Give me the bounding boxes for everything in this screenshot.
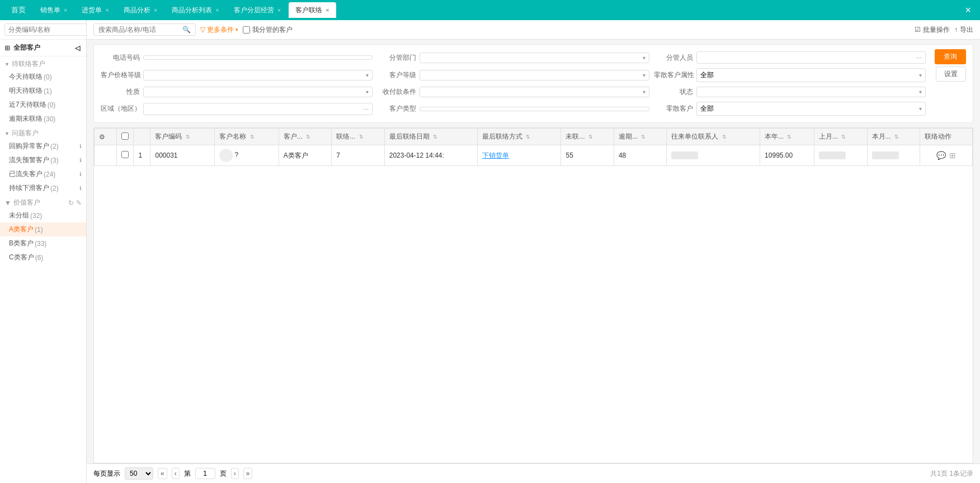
next-page-btn[interactable]: ›: [231, 468, 239, 479]
nav-tab-product-list[interactable]: 商品分析列表 ×: [165, 2, 225, 18]
filter-phone: 电话号码: [101, 53, 373, 63]
filter-buttons: 查询 设置: [930, 49, 966, 118]
sidebar-collapse-btn[interactable]: ◁: [73, 44, 82, 53]
close-product-analysis-tab[interactable]: ×: [154, 7, 157, 13]
filter-price-grade-select[interactable]: ▾: [143, 70, 373, 80]
nav-tab-home[interactable]: 首页: [4, 2, 32, 18]
table-header-category[interactable]: 客户... ⇅: [279, 129, 331, 145]
page-size-label: 每页显示: [93, 469, 120, 479]
last-method-link[interactable]: 下销货单: [482, 151, 509, 159]
row-checkbox-cell[interactable]: [117, 145, 134, 166]
filter-dept-select[interactable]: ▾: [420, 53, 649, 63]
refresh-icon[interactable]: ↻: [68, 199, 74, 207]
table-header-name[interactable]: 客户名称 ⇅: [215, 129, 279, 145]
info-icon-3[interactable]: ℹ: [79, 171, 82, 177]
export-btn[interactable]: ↑ 导出: [954, 25, 973, 35]
sidebar-item-ungroup[interactable]: 未分组(32): [0, 209, 86, 222]
sidebar-item-tomorrow[interactable]: 明天待联络(1): [0, 84, 86, 98]
my-customers-checkbox-input[interactable]: [243, 26, 250, 34]
message-action-icon[interactable]: 💬: [936, 151, 946, 160]
batch-operation-btn[interactable]: ☑ 批量操作: [915, 25, 950, 35]
table-header-code[interactable]: 客户编码 ⇅: [150, 129, 215, 145]
filter-region-select[interactable]: ···: [143, 103, 373, 115]
sidebar-item-today[interactable]: 今天待联络(0): [0, 70, 86, 84]
prev-page-btn[interactable]: ‹: [172, 468, 180, 479]
table-header-last-month[interactable]: 上月... ⇅: [814, 129, 867, 145]
close-customer-segment-tab[interactable]: ×: [277, 7, 281, 13]
toolbar-search-icon[interactable]: 🔍: [182, 26, 191, 34]
table-header-unit-contact[interactable]: 往来单位联系人 ⇅: [667, 129, 760, 145]
table-header-this-month[interactable]: 本月... ⇅: [867, 129, 920, 145]
last-page-btn[interactable]: »: [243, 468, 253, 479]
table-header-contact[interactable]: 联络... ⇅: [332, 129, 384, 145]
table-header-last-date[interactable]: 最后联络日期 ⇅: [384, 129, 477, 145]
sidebar-item-c-class[interactable]: C类客户(6): [0, 250, 86, 264]
nav-tab-customer-contact[interactable]: 客户联络 ×: [289, 2, 336, 18]
filter-phone-input[interactable]: [143, 55, 373, 60]
sidebar-item-loss-warning[interactable]: 流失预警客户(3) ℹ: [0, 153, 86, 167]
sidebar-item-declining[interactable]: 持续下滑客户(2) ℹ: [0, 181, 86, 195]
sidebar-item-week[interactable]: 近7天待联络(0): [0, 98, 86, 112]
filter-row-3: 性质 ▾ 收付款条件 ▾: [101, 84, 926, 100]
toolbar-search-input[interactable]: [98, 26, 182, 34]
sidebar-all-customers[interactable]: ⊞ 全部客户 ◁: [0, 40, 86, 56]
close-customer-contact-tab[interactable]: ×: [326, 7, 329, 13]
close-purchase-tab[interactable]: ×: [105, 7, 109, 13]
table-header-gear[interactable]: ⚙: [95, 129, 117, 145]
sidebar-search-input[interactable]: [4, 23, 87, 36]
filter-payment-select[interactable]: ▾: [420, 87, 649, 97]
filter-row-1: 电话号码 分管部门 ▾: [101, 49, 926, 66]
sort-name-icon: ⇅: [250, 134, 255, 140]
edit-icon[interactable]: ✎: [76, 199, 82, 207]
filter-customer-grade-select[interactable]: ▾: [420, 70, 649, 80]
sort-last-date-icon: ⇅: [433, 134, 437, 140]
table-header-checkbox[interactable]: [117, 129, 134, 145]
close-sales-tab[interactable]: ×: [64, 7, 67, 13]
settings-button[interactable]: 设置: [936, 67, 966, 82]
sidebar-group-pending[interactable]: ▼ 待联络客户: [0, 56, 86, 70]
sidebar-item-overdue[interactable]: 逾期未联络(30): [0, 112, 86, 126]
nav-tab-purchase[interactable]: 进货单 ×: [75, 2, 115, 18]
filter-customer-type-input[interactable]: [420, 107, 649, 111]
grid-icon: ⊞: [4, 44, 10, 52]
filter-status: 状态 ▾: [654, 87, 926, 97]
sidebar-item-b-class[interactable]: B类客户(33): [0, 236, 86, 250]
table-header-no-contact[interactable]: 未联... ⇅: [561, 129, 614, 145]
info-icon-4[interactable]: ℹ: [79, 185, 82, 191]
select-all-checkbox[interactable]: [121, 132, 129, 140]
table-header-overdue[interactable]: 逾期... ⇅: [614, 129, 666, 145]
info-icon-1[interactable]: ℹ: [79, 143, 82, 149]
sidebar-group-problem[interactable]: ▼ 问题客户: [0, 126, 86, 139]
sidebar-item-repurchase-abnormal[interactable]: 回购异常客户(2) ℹ: [0, 139, 86, 153]
sidebar-item-a-class[interactable]: A类客户(1): [0, 222, 86, 236]
qrcode-action-icon[interactable]: ⊞: [949, 151, 956, 160]
nav-tab-customer-segment[interactable]: 客户分层经营 ×: [227, 2, 288, 18]
page-input[interactable]: 1: [195, 468, 215, 479]
my-customers-checkbox[interactable]: 我分管的客户: [243, 25, 293, 35]
table-header-last-method[interactable]: 最后联络方式 ⇅: [478, 129, 561, 145]
filter-nature-select[interactable]: ▾: [143, 87, 373, 97]
toolbar-filter-btn[interactable]: ▽ 更多条件 ▾: [200, 25, 238, 35]
filter-status-select[interactable]: ▾: [696, 87, 926, 97]
row-checkbox[interactable]: [121, 151, 129, 158]
filter-retail-attr-select[interactable]: 全部 ▾: [696, 68, 926, 82]
filter-retail-customer-select[interactable]: 全部 ▾: [696, 102, 926, 116]
table-header-this-year[interactable]: 本年... ⇅: [760, 129, 814, 145]
query-button[interactable]: 查询: [935, 49, 966, 64]
sidebar-group-value[interactable]: ▼ 价值客户 ↻ ✎: [0, 195, 86, 209]
first-page-btn[interactable]: «: [158, 468, 167, 479]
sort-contact-icon: ⇅: [359, 134, 364, 140]
sidebar-search-area: 🔍: [0, 20, 86, 40]
nav-tab-sales[interactable]: 销售单 ×: [34, 2, 74, 18]
sidebar-item-lost[interactable]: 已流失客户(24) ℹ: [0, 167, 86, 181]
retail-attr-arrow: ▾: [919, 72, 922, 78]
filter-manager-select[interactable]: ···: [696, 51, 926, 64]
close-all-tabs[interactable]: ×: [960, 4, 976, 16]
page-size-select[interactable]: 50 100 200: [125, 467, 153, 480]
row-seq: 1: [134, 145, 150, 166]
filter-payment: 收付款条件 ▾: [377, 87, 649, 97]
nav-tab-product-analysis[interactable]: 商品分析 ×: [117, 2, 164, 18]
payment-arrow: ▾: [643, 89, 646, 95]
info-icon-2[interactable]: ℹ: [79, 157, 82, 163]
close-product-list-tab[interactable]: ×: [215, 7, 219, 13]
